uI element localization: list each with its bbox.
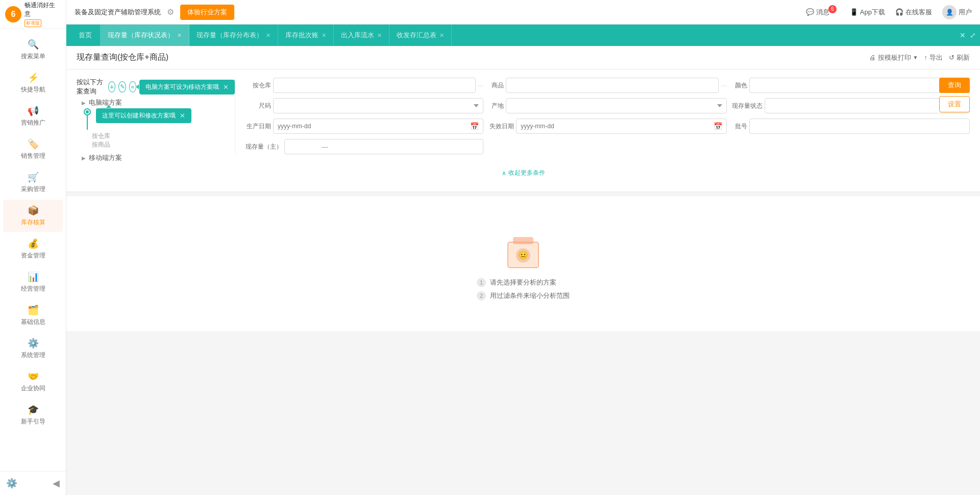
tab-inout-flow[interactable]: 出入库流水 ✕ [334,25,389,46]
page-header: 现存量查询(按仓库+商品) 🖨 按模板打印 ▼ ↑ 导出 ↺ 刷新 [66,46,980,69]
tab-batch-close[interactable]: ✕ [322,32,326,39]
size-field: 尺码 [246,98,483,113]
logo-name: 畅通消好生意 [24,1,61,18]
batch-label: 批号 [732,122,747,131]
topbar: 装备及固定资产辅助管理系统 ⚙ 体验行业方案 💬 消息 6 📱 App下载 🎧 … [66,0,980,25]
collapse-sidebar-icon[interactable]: ◀ [53,478,60,489]
goods-input[interactable] [506,78,719,93]
produce-date-wrap: 📅 [273,119,483,134]
export-btn[interactable]: ↑ 导出 [924,53,943,62]
scheme-mobile-label[interactable]: 移动端方案 [89,153,122,162]
user-item[interactable]: 👤 用户 [942,5,972,19]
tab-home[interactable]: 首页 [70,25,101,46]
create-tooltip-wrapper: 这里可以创建和修改方案哦 ✕ [96,107,191,123]
stock-main-field: 现存量（主） — [246,139,483,154]
tab-inventory-distribution[interactable]: 现存量（库存分布表） ✕ [189,25,278,46]
tab-batch-label: 库存批次账 [285,31,318,40]
industry-btn[interactable]: 体验行业方案 [180,5,234,20]
sidebar-item-quick[interactable]: ⚡ 快捷导航 [3,67,63,99]
message-item[interactable]: 💬 消息 6 [806,8,840,17]
sidebar-item-label: 搜索菜单 [21,52,45,61]
connector-area: 这里可以创建和修改方案哦 ✕ [82,109,235,130]
svg-text:😐: 😐 [518,250,528,260]
system-title: 装备及固定资产辅助管理系统 [75,8,161,17]
stock-main-range: — [284,139,483,154]
online-support-item[interactable]: 🎧 在线客服 [895,8,932,17]
sidebar-item-operation[interactable]: 📊 经营管理 [3,266,63,298]
add-scheme-btn[interactable]: + [108,81,115,92]
page-actions: 🖨 按模板打印 ▼ ↑ 导出 ↺ 刷新 [869,53,970,62]
tab-inout-close[interactable]: ✕ [377,32,382,39]
goods-label: 商品 [488,81,504,90]
search-btn[interactable]: 查询 [939,78,970,93]
origin-select[interactable] [506,98,726,113]
tab-summary-close[interactable]: ✕ [439,32,444,39]
expire-date-calendar-icon[interactable]: 📅 [714,122,722,130]
tab-batch-ledger[interactable]: 库存批次账 ✕ [278,25,334,46]
tooltip-scheme-close[interactable]: ✕ [223,83,229,91]
produce-date-label: 生产日期 [246,122,271,131]
expire-date-input[interactable] [521,123,711,130]
sidebar-item-label: 快捷导航 [21,85,45,94]
refresh-icon: ↺ [949,54,954,61]
collapse-row: ∧ 收起更多条件 [77,162,970,183]
prev-scheme-btn[interactable]: « [129,81,136,92]
produce-date-input[interactable] [278,123,468,130]
content-area: 现存量查询(按仓库+商品) 🖨 按模板打印 ▼ ↑ 导出 ↺ 刷新 [66,46,980,495]
stock-main-label: 现存量（主） [246,143,282,151]
edit-scheme-btn[interactable]: ✎ [118,81,126,92]
sidebar-item-system[interactable]: ⚙️ 系统管理 [3,333,63,365]
produce-date-calendar-icon[interactable]: 📅 [470,122,479,130]
sidebar-item-enterprise[interactable]: 🤝 企业协同 [3,366,63,398]
collapse-label: 收起更多条件 [508,169,545,177]
connector [85,109,90,130]
expire-date-label: 失效日期 [488,122,514,131]
topbar-settings-icon[interactable]: ⚙ [167,7,174,17]
logo-badge: 标准版 [24,19,41,27]
tab-inventory-status[interactable]: 现存量（库存状况表） ✕ [101,25,189,46]
sidebar-item-finance[interactable]: 💰 资金管理 [3,233,63,265]
sidebar-item-marketing[interactable]: 📢 营销推广 [3,100,63,132]
scheme-pc-label[interactable]: 电脑端方案 [89,98,122,107]
sidebar-item-guide[interactable]: 🎓 新手引导 [3,399,63,431]
goods-dots[interactable]: ··· [721,81,727,89]
export-label: 导出 [929,53,943,62]
batch-input[interactable] [749,119,970,134]
warehouse-dots[interactable]: ··· [478,81,484,89]
origin-label: 产地 [488,102,504,110]
sidebar-item-inventory[interactable]: 📦 库存核算 [3,200,63,232]
collapse-btn[interactable]: ∧ 收起更多条件 [502,169,545,177]
settings-icon[interactable]: ⚙️ [6,478,17,489]
stock-main-from[interactable] [289,143,320,150]
sidebar-item-search[interactable]: 🔍 搜索菜单 [3,34,63,66]
origin-field: 产地 [488,98,726,113]
tab-summary[interactable]: 收发存汇总表 ✕ [389,25,452,46]
goods-field: 商品 ··· [488,78,726,93]
size-select[interactable] [273,98,483,113]
sidebar-item-basic[interactable]: 🗂️ 基础信息 [3,299,63,332]
sidebar-item-purchase[interactable]: 🛒 采购管理 [3,167,63,199]
print-btn[interactable]: 🖨 按模板打印 ▼ [869,53,918,62]
connector-line [87,114,88,130]
tabs-fullscreen-icon[interactable]: ⤢ [970,31,976,39]
sidebar-item-sales[interactable]: 🏷️ 销售管理 [3,133,63,166]
refresh-btn[interactable]: ↺ 刷新 [949,53,970,62]
tab-inventory-status-close[interactable]: ✕ [177,32,182,39]
scheme-pc-arrow: ▶ [82,100,86,106]
tab-inventory-dist-close[interactable]: ✕ [266,32,271,39]
tooltip-create-close[interactable]: ✕ [180,112,185,120]
tab-inout-label: 出入库流水 [341,31,374,40]
tabs-close-all-icon[interactable]: ✕ [960,31,966,39]
basic-nav-icon: 🗂️ [28,304,39,316]
message-badge: 6 [828,5,837,13]
stock-main-to[interactable] [330,143,361,150]
sidebar: 6 畅通消好生意 标准版 🔍 搜索菜单 ⚡ 快捷导航 📢 营销推广 🏷️ 销售管… [0,0,66,495]
quick-nav-icon: ⚡ [28,72,39,83]
filter-row-2: 尺码 产地 现存量状态 [246,98,970,113]
color-select[interactable] [749,78,970,93]
app-download-item[interactable]: 📱 App下载 [850,8,885,17]
mobile-icon: 📱 [850,8,858,16]
warehouse-input[interactable] [273,78,476,93]
set-btn[interactable]: 设置 [939,96,970,112]
sidebar-item-label: 企业协同 [21,384,45,393]
